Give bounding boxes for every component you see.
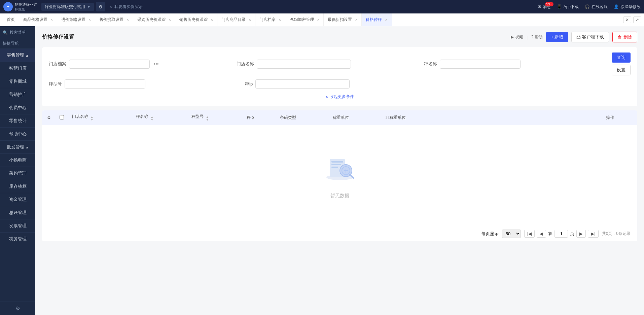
filter-row-2: 秤型号 秤ip [49, 79, 631, 89]
tab-close-icon[interactable]: × [169, 18, 171, 22]
sort-scale-model[interactable]: ▲▼ [206, 115, 209, 121]
add-button[interactable]: + 新增 [546, 32, 568, 42]
tab-close-icon[interactable]: × [385, 18, 387, 22]
sidebar-item-智慧门店[interactable]: 智慧门店 [0, 62, 35, 75]
last-page-button[interactable]: ▶| [588, 230, 598, 238]
collapse-button[interactable]: ∧ 收起更多条件 [321, 93, 358, 101]
tab-售价提取设置[interactable]: 售价提取设置× [95, 13, 133, 26]
sidebar-item-总账管理[interactable]: 总账管理 [0, 206, 35, 219]
settings-button[interactable]: 设置 [612, 65, 631, 75]
tab-销售历史价跟踪[interactable]: 销售历史价跟踪× [175, 13, 217, 26]
version-selector[interactable]: 好业财标准版交付试用 ▼ [41, 3, 94, 11]
sidebar-item-会员中心[interactable]: 会员中心 [0, 101, 35, 114]
headset-icon: 🎧 [585, 4, 590, 9]
tab-价格传秤[interactable]: 价格传秤× [362, 13, 392, 26]
video-link[interactable]: ▶ 视频 [511, 34, 523, 40]
sort-store-name[interactable]: ▲▼ [91, 115, 93, 121]
prev-page-button[interactable]: ◀ [537, 230, 546, 238]
sidebar-item-营销推广[interactable]: 营销推广 [0, 88, 35, 101]
messages-button[interactable]: ✉ 消息 99+ [538, 4, 551, 10]
empty-state: 暂无数据 [42, 125, 637, 226]
content-area: 价格传秤设置 ▶ 视频 | ? 帮助 + 新增 凸 客户端下载 [35, 26, 644, 315]
per-page-select[interactable]: 50 10 20 100 [502, 230, 521, 238]
filter-scale-ip: 秤ip [245, 79, 434, 89]
app-download-button[interactable]: 📱 App下载 [557, 4, 579, 10]
tab-close-icon[interactable]: × [317, 18, 319, 22]
sidebar-item-帮助中心[interactable]: 帮助中心 [0, 127, 35, 140]
th-scale-name: 秤名称 ▲▼ [132, 110, 187, 125]
th-operations: 操作 [602, 110, 637, 125]
sidebar-item-小畅电商[interactable]: 小畅电商 [0, 153, 35, 167]
store-archive-input[interactable] [69, 60, 150, 69]
tab-进价策略设置[interactable]: 进价策略设置× [57, 13, 95, 26]
content-inner: 价格传秤设置 ▶ 视频 | ? 帮助 + 新增 凸 客户端下载 [35, 26, 644, 247]
sidebar-item-批发管理[interactable]: 批发管理▲ [0, 140, 35, 153]
top-right-actions: ✉ 消息 99+ 📱 App下载 🎧 在线客服 👤 徐泽华修改 [538, 4, 641, 10]
messages-badge: 99+ [545, 2, 553, 6]
page-summary: 共0页，0条记录 [602, 231, 631, 237]
sidebar-quick-nav[interactable]: 快捷导航 [0, 39, 35, 48]
delete-button[interactable]: 🗑 删除 [612, 32, 637, 42]
pagination-controls: |◀ ◀ 算 页 ▶ ▶| [524, 230, 599, 238]
online-service-button[interactable]: 🎧 在线客服 [585, 4, 608, 10]
store-name-input[interactable] [257, 60, 351, 69]
maximize-tab-button[interactable]: ⤢ [633, 16, 641, 23]
arrow-icon: ▲ [26, 54, 29, 57]
select-all-checkbox[interactable] [60, 115, 64, 119]
gear-icon: ⚙ [15, 306, 20, 311]
sidebar-item-库存核算[interactable]: 库存核算 [0, 180, 35, 193]
demo-button[interactable]: ○ 我要看实例演示 [110, 4, 143, 10]
sidebar-item-零售商城[interactable]: 零售商城 [0, 75, 35, 88]
tab-close-icon[interactable]: × [211, 18, 213, 22]
table-wrapper: ⚙ 门店名称 ▲▼ 秤名称 [42, 110, 637, 226]
tab-最低折扣设置[interactable]: 最低折扣设置× [324, 13, 362, 26]
svg-rect-4 [331, 167, 338, 168]
scale-name-input[interactable] [440, 60, 521, 69]
tab-close-icon[interactable]: × [279, 18, 281, 22]
sidebar-search[interactable]: 🔍 搜索菜单 [0, 26, 35, 39]
help-link[interactable]: ? 帮助 [531, 34, 543, 40]
th-settings: ⚙ [42, 110, 56, 125]
tab-close-icon[interactable]: × [88, 18, 91, 22]
tab-close-icon[interactable]: × [50, 18, 53, 22]
scale-model-input[interactable] [65, 79, 145, 89]
tabs-container: 首页商品价格设置×进价策略设置×售价提取设置×采购历史价跟踪×销售历史价跟踪×门… [3, 13, 623, 26]
tab-POS加密管理[interactable]: POS加密管理× [285, 13, 324, 26]
user-avatar[interactable]: 👤 徐泽华修改 [614, 4, 641, 10]
scale-ip-input[interactable] [255, 79, 350, 89]
close-tab-button[interactable]: ✕ [623, 16, 631, 23]
sidebar-settings-button[interactable]: ⚙ [0, 302, 35, 315]
store-archive-more-icon[interactable]: ••• [154, 61, 159, 67]
sort-scale-name[interactable]: ▲▼ [151, 115, 153, 121]
first-page-button[interactable]: |◀ [524, 230, 535, 238]
data-table: ⚙ 门店名称 ▲▼ 秤名称 [42, 110, 637, 125]
sidebar-item-资金管理[interactable]: 资金管理 [0, 193, 35, 206]
svg-rect-2 [331, 161, 343, 163]
tab-首页[interactable]: 首页 [3, 13, 19, 26]
sidebar-item-税务管理[interactable]: 税务管理 [0, 232, 35, 245]
tab-门店档案[interactable]: 门店档案× [255, 13, 285, 26]
sidebar-item-采购管理[interactable]: 采购管理 [0, 167, 35, 180]
tab-close-icon[interactable]: × [127, 18, 129, 22]
next-page-button[interactable]: ▶ [576, 230, 586, 238]
tab-close-icon[interactable]: × [249, 18, 251, 22]
messages-icon: ✉ [538, 4, 541, 9]
th-store-name: 门店名称 ▲▼ [68, 110, 132, 125]
chevron-down-icon: ▼ [87, 5, 91, 9]
query-button[interactable]: 查询 [612, 53, 631, 63]
download-button[interactable]: 凸 客户端下载 [571, 32, 609, 42]
tab-门店商品目录[interactable]: 门店商品目录× [217, 13, 255, 26]
page-number-input[interactable] [554, 230, 568, 238]
topbar-settings-button[interactable]: ⚙ [96, 2, 105, 11]
column-settings-icon[interactable]: ⚙ [47, 115, 51, 120]
sidebar-item-零售管理[interactable]: 零售管理▲ [0, 48, 35, 62]
tab-close-icon[interactable]: × [355, 18, 357, 22]
tab-采购历史价跟踪[interactable]: 采购历史价跟踪× [133, 13, 175, 26]
app-download-icon: 📱 [557, 4, 562, 9]
empty-icon [49, 152, 631, 189]
sidebar-item-发票管理[interactable]: 发票管理 [0, 219, 35, 232]
sidebar-item-零售统计[interactable]: 零售统计 [0, 114, 35, 127]
filter-buttons: 查询 设置 [612, 53, 631, 75]
logo-icon: ✦ [3, 2, 13, 11]
tab-商品价格设置[interactable]: 商品价格设置× [19, 13, 57, 26]
